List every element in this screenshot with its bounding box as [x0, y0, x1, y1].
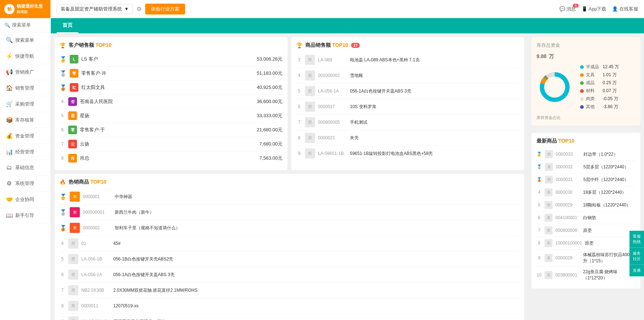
sidebar-item-1[interactable]: ⚡快捷导航	[0, 48, 50, 64]
product-thumbnail: 图	[68, 285, 78, 295]
logo-title: 畅捷通好生意	[17, 4, 43, 9]
customer-name: LS 客户	[81, 56, 254, 62]
rank-number: 4	[537, 190, 542, 195]
customer-avatar: 星	[68, 111, 77, 120]
sidebar-item-0[interactable]: 🔍搜索菜单	[0, 32, 50, 48]
customer-avatar: 零	[68, 126, 77, 134]
fire-icon: 🔥	[60, 179, 66, 185]
newest-name: 5层多层（1220*2440）	[583, 164, 635, 170]
sidebar-item-5[interactable]: 📦库存核算	[0, 112, 50, 128]
chevron-down-icon: ▼	[124, 6, 129, 12]
product-img: 图	[305, 55, 315, 65]
sidebar-item-10[interactable]: 🤝企业协同	[0, 192, 50, 208]
medal-icon: 🥇	[60, 56, 67, 63]
rank-num: 6	[296, 104, 302, 109]
medal-icon: 🥉	[537, 177, 542, 182]
sidebar-item-6[interactable]: 💰资金管理	[0, 128, 50, 144]
customer-list: 🥇 L LS 客户 53,006.26元 🥈 零 零售客户·许 51,183.0…	[60, 52, 282, 165]
system-selector[interactable]: 装备及固定资产辅助管理系统 ▼	[57, 4, 133, 14]
hot-products-label: 热销商品 TOP10	[69, 179, 106, 185]
product-code: LA-59651-1B	[318, 151, 347, 156]
rank-number: 5	[60, 257, 65, 262]
hot-products-card: 🔥 热销商品 TOP10 🥇 图 0000001 中华神器 🥈 图 000500…	[54, 174, 524, 320]
rank-num: 4	[296, 73, 302, 78]
float-btn-0[interactable]: 客服 热线	[629, 231, 644, 248]
search-menu-button[interactable]: 🔍 搜索菜单	[4, 22, 31, 28]
service-icon: 👤	[612, 6, 618, 12]
search-menu-area[interactable]: 🔍 搜索菜单	[0, 18, 50, 32]
hot-products-list: 🥇 图 0000001 中华神器 🥈 图 000500001 新西兰牛肉（新牛）…	[60, 189, 519, 320]
inventory-value-number: 9.88	[537, 53, 546, 59]
nav-label-7: 经营管理	[15, 149, 34, 155]
product-name: 59651-1B旋转投影灯电池盒ABS黑色+58壳	[350, 151, 519, 157]
nav-label-5: 库存核算	[15, 117, 34, 123]
customer-list-item: 5 星 星扬 33,333.00元	[60, 109, 282, 123]
sidebar-item-9[interactable]: ⚙系统管理	[0, 176, 50, 192]
product-ranking-item: 8 图 0000021 夹壳	[296, 130, 519, 146]
trial-button[interactable]: 体验行业方案	[145, 4, 185, 15]
medal-icon: 🥈	[60, 209, 67, 216]
left-panel: 🏆 客户销售额 TOP10 🥇 L LS 客户 53,006.26元 🥈 零 零…	[51, 33, 528, 320]
home-tab[interactable]: 首页	[57, 18, 78, 33]
float-btn-1[interactable]: 服务 社区	[629, 248, 644, 265]
messages-badge[interactable]: 💬 消息 6	[559, 6, 576, 12]
medal-icon: 🥇	[537, 152, 542, 157]
sidebar-item-11[interactable]: 📖新手引导	[0, 208, 50, 223]
customer-name: 星扬	[80, 112, 254, 119]
inventory-chart-label: 库存资金占比	[537, 115, 635, 120]
medal-icon: 🥈	[537, 164, 542, 169]
product-code: 0000021	[318, 135, 347, 140]
rank-number: 8	[60, 303, 65, 308]
online-service[interactable]: 👤 在线客服	[612, 6, 638, 12]
product-name: 手机测试	[350, 119, 519, 126]
sidebar-item-3[interactable]: 🏠销售管理	[0, 80, 50, 96]
sidebar-item-7[interactable]: 📊经营管理	[0, 144, 50, 160]
app-download[interactable]: 📱 App下载	[582, 6, 606, 12]
legend-item: 材料 0.07 万	[580, 88, 619, 94]
product-ranking-item: 4 图 001000002 雪地靴	[296, 68, 519, 83]
newest-product-item: 6 图 004100001 白钢垫	[537, 212, 635, 224]
gear-icon[interactable]: ⚙	[136, 5, 142, 12]
product-name: 056-1B白色按键开关壳ABS2壳	[113, 256, 519, 262]
product-ranking-title: 🏆 商品销售额 TOP10 27	[296, 42, 519, 49]
newest-product-img: 图	[545, 214, 553, 222]
product-ranking-item: 7 图 000800005 手机测试	[296, 115, 519, 130]
inventory-value-unit: 万	[549, 53, 554, 59]
service-label: 在线客服	[619, 6, 638, 12]
newest-products-list: 🥇 图 0000033 封边带（1.0*22） 🥈 图 0000032 5层多层…	[537, 148, 635, 283]
sidebar-item-2[interactable]: 📢营销推广	[0, 64, 50, 80]
rank-number: 6	[60, 272, 65, 277]
product-ranking-label: 商品销售额 TOP10	[305, 42, 348, 49]
float-btn-2[interactable]: 直播	[629, 265, 644, 276]
newest-product-img: 图	[545, 163, 553, 171]
hot-product-item: 9 图 KK-SD22110H 花语萌偶温分腿睡袋（厚款）	[60, 314, 519, 320]
newest-product-img: 图	[545, 188, 553, 196]
rank-number: 7	[60, 141, 65, 147]
customer-avatar: 云	[68, 140, 77, 148]
sidebar-item-4[interactable]: 🛒采购管理	[0, 96, 50, 112]
nav-label-0: 搜索菜单	[15, 37, 34, 44]
customer-ranking-title: 🏆 客户销售额 TOP10	[60, 42, 282, 49]
legend-item: 肉类 -0.05 万	[580, 96, 619, 102]
rank-number: 5	[537, 202, 542, 208]
product-code: 01	[81, 241, 110, 246]
legend-color	[580, 97, 584, 101]
legend-label: 半成品	[586, 64, 600, 70]
legend-label: 其他	[586, 104, 600, 110]
product-thumbnail: 图	[68, 301, 78, 311]
customer-list-item: 4 杏 苍南县人民医院 36,600.00元	[60, 95, 282, 109]
product-code: 0000011	[81, 303, 110, 308]
donut-chart-area: 半成品 12.45 万 文具 1.01 万 成品 0.25 万 材料 0.07 …	[537, 60, 635, 114]
hot-product-item: 🥇 图 0000001 中华神器	[60, 189, 519, 205]
product-ranking-list: 3 图 LA-089 电池盖 LA-089 ABS本色+黑种 7.1克 4 图 …	[296, 52, 519, 161]
rank-number: 9	[537, 255, 542, 260]
product-thumbnail: 图	[68, 316, 78, 320]
newest-name: 白钢垫	[583, 215, 635, 221]
newest-product-img: 图	[545, 239, 553, 247]
product-img: 图	[305, 148, 315, 159]
sidebar-item-8[interactable]: 🗂基础信息	[0, 160, 50, 176]
hot-product-item: 6 图 LA-056-1A 056-1A白色按键开关盖ABS 3壳	[60, 267, 519, 283]
customer-list-item: 🥉 红 红太阳文具 40,925.00元	[60, 81, 282, 95]
product-code: LA-056-1A	[318, 89, 347, 94]
nav-label-8: 基础信息	[15, 164, 34, 171]
